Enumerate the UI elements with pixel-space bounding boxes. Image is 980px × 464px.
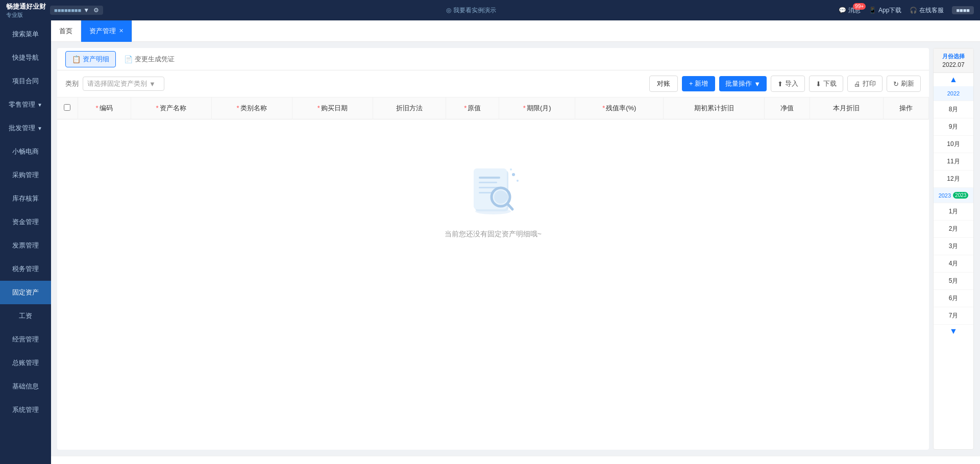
import-button[interactable]: ⬆ 导入	[771, 76, 805, 92]
sidebar-item-project[interactable]: 项目合同	[0, 69, 51, 93]
col-purchase-date: *购买日期	[292, 97, 373, 119]
message-icon: 💬	[839, 7, 846, 14]
sub-tab-change-voucher[interactable]: 📄 变更生成凭证	[118, 52, 181, 67]
col-monthly-depreciation: 本月折旧	[810, 97, 883, 119]
reconcile-button[interactable]: 对账	[649, 76, 678, 92]
col-period: *期限(月)	[499, 97, 575, 119]
top-bar-right: 💬 消息 99+ 📱 App下载 🎧 在线客服 ■■■■	[839, 6, 974, 15]
page-content: 📋 资产明细 📄 变更生成凭证 类别 请选择固定资产类别 ▼	[51, 42, 980, 456]
sidebar-item-operations[interactable]: 经营管理	[0, 328, 51, 351]
svg-rect-4	[479, 182, 497, 183]
settings-icon[interactable]: ⚙	[93, 7, 99, 14]
company-selector[interactable]: ■■■■■■■■ ▼ ⚙	[50, 6, 103, 15]
toolbar-left: 类别 请选择固定资产类别 ▼	[65, 77, 164, 91]
month-item-oct[interactable]: 10月	[934, 136, 973, 153]
app-icon: 📱	[869, 7, 876, 14]
bottom-scrollbar-area	[51, 456, 980, 464]
sub-tabs: 📋 资产明细 📄 变更生成凭证	[57, 48, 929, 70]
top-bar: 畅捷通好业财 专业版 ■■■■■■■■ ▼ ⚙ ◎ 我要看实例演示 💬 消息 9…	[0, 0, 980, 20]
download-icon: ⬇	[816, 80, 821, 88]
sub-tab-asset-detail[interactable]: 📋 资产明细	[65, 51, 116, 67]
add-button[interactable]: + 新增	[682, 76, 715, 91]
select-all-checkbox[interactable]	[64, 104, 70, 111]
sidebar-item-ledger[interactable]: 总账管理	[0, 351, 51, 375]
current-year-badge: 2023	[953, 192, 968, 199]
sidebar-item-system[interactable]: 系统管理	[0, 398, 51, 422]
month-item-may[interactable]: 5月	[934, 273, 973, 290]
sidebar-item-fixed-assets[interactable]: 固定资产	[0, 281, 51, 304]
svg-point-11	[517, 180, 519, 182]
col-residual-rate: *残值率(%)	[575, 97, 664, 119]
sidebar-item-base-info[interactable]: 基础信息	[0, 375, 51, 398]
month-panel: 月份选择 2022.07 ▲ 2022 8月 9月 10月 11月 12月 20…	[933, 48, 974, 450]
month-item-feb[interactable]: 2月	[934, 221, 973, 238]
month-panel-title: 月份选择	[936, 53, 971, 60]
month-nav-up[interactable]: ▲	[934, 73, 973, 86]
col-code: *编码	[78, 97, 131, 119]
col-original-value: *原值	[446, 97, 499, 119]
batch-dropdown-icon: ▼	[754, 80, 761, 88]
col-depreciation-method: 折旧方法	[373, 97, 446, 119]
app-download-button[interactable]: 📱 App下载	[869, 6, 901, 15]
message-button[interactable]: 💬 消息 99+	[839, 6, 861, 15]
empty-state: 当前您还没有固定资产明细哦~	[57, 119, 929, 280]
col-accumulated-depreciation: 期初累计折旧	[664, 97, 764, 119]
svg-rect-3	[479, 177, 500, 179]
year-2022-label: 2022	[934, 86, 973, 101]
sidebar-arrow-wholesale: ▼	[37, 126, 42, 131]
category-filter[interactable]: 请选择固定资产类别 ▼	[83, 77, 164, 91]
month-item-dec[interactable]: 12月	[934, 170, 973, 188]
sidebar-item-inventory[interactable]: 库存核算	[0, 187, 51, 210]
download-button[interactable]: ⬇ 下载	[809, 76, 843, 92]
month-item-jun[interactable]: 6月	[934, 290, 973, 307]
month-item-apr[interactable]: 4月	[934, 255, 973, 273]
svg-point-8	[494, 190, 507, 204]
demo-link[interactable]: ◎ 我要看实例演示	[446, 6, 496, 15]
asset-detail-icon: 📋	[72, 55, 81, 63]
main-layout: 搜索菜单 快捷导航 项目合同 零售管理 ▼ 批发管理 ▼ 小畅电商 采购管理 库…	[0, 20, 980, 464]
main-panel: 📋 资产明细 📄 变更生成凭证 类别 请选择固定资产类别 ▼	[57, 48, 929, 450]
sidebar-item-quicknav[interactable]: 快捷导航	[0, 46, 51, 69]
tab-close-icon[interactable]: ✕	[119, 28, 124, 34]
sidebar-item-purchase[interactable]: 采购管理	[0, 163, 51, 187]
sidebar-item-search[interactable]: 搜索菜单	[0, 22, 51, 46]
col-net-value: 净值	[764, 97, 810, 119]
filter-label: 类别	[65, 79, 79, 88]
sidebar-item-invoice[interactable]: 发票管理	[0, 234, 51, 257]
refresh-button[interactable]: ↻ 刷新	[887, 76, 921, 92]
toolbar-right: 对账 + 新增 批量操作 ▼ ⬆ 导入	[649, 76, 921, 92]
sidebar-item-salary[interactable]: 工资	[0, 304, 51, 328]
message-badge: 99+	[853, 3, 866, 10]
month-nav-down[interactable]: ▼	[934, 325, 973, 338]
batch-operation-button[interactable]: 批量操作 ▼	[719, 76, 767, 91]
sidebar-item-tax[interactable]: 税务管理	[0, 257, 51, 281]
sidebar-arrow-retail: ▼	[37, 102, 42, 108]
month-item-mar[interactable]: 3月	[934, 238, 973, 255]
month-item-nov[interactable]: 11月	[934, 153, 973, 170]
month-item-aug[interactable]: 8月	[934, 101, 973, 118]
sidebar-item-wholesale[interactable]: 批发管理 ▼	[0, 116, 51, 140]
tab-asset-management[interactable]: 资产管理 ✕	[81, 20, 132, 42]
headset-icon: 🎧	[910, 7, 917, 14]
tab-bar: 首页 资产管理 ✕	[51, 20, 980, 42]
refresh-icon: ↻	[893, 80, 899, 88]
sidebar-item-ecommerce[interactable]: 小畅电商	[0, 140, 51, 163]
month-item-jan[interactable]: 1月	[934, 203, 973, 221]
table-header-checkbox	[57, 97, 78, 119]
top-bar-left: 畅捷通好业财 专业版 ■■■■■■■■ ▼ ⚙	[6, 2, 103, 19]
current-year-month: 2022.07	[936, 61, 971, 68]
demo-circle-icon: ◎	[446, 7, 451, 14]
month-item-sep[interactable]: 9月	[934, 118, 973, 136]
print-button[interactable]: 🖨 打印	[847, 76, 883, 92]
tab-home[interactable]: 首页	[51, 20, 81, 42]
import-icon: ⬆	[777, 80, 783, 88]
user-avatar[interactable]: ■■■■	[952, 6, 974, 14]
sidebar-item-finance[interactable]: 资金管理	[0, 210, 51, 234]
asset-table: *编码 *资产名称 *类别名称 *购买日期	[57, 97, 929, 280]
table-container: *编码 *资产名称 *类别名称 *购买日期	[57, 97, 929, 450]
online-service-button[interactable]: 🎧 在线客服	[910, 6, 944, 15]
svg-point-12	[510, 168, 512, 170]
sidebar-item-retail[interactable]: 零售管理 ▼	[0, 93, 51, 116]
year-2023-label: 2023 2023	[934, 188, 973, 203]
month-item-jul[interactable]: 7月	[934, 307, 973, 325]
